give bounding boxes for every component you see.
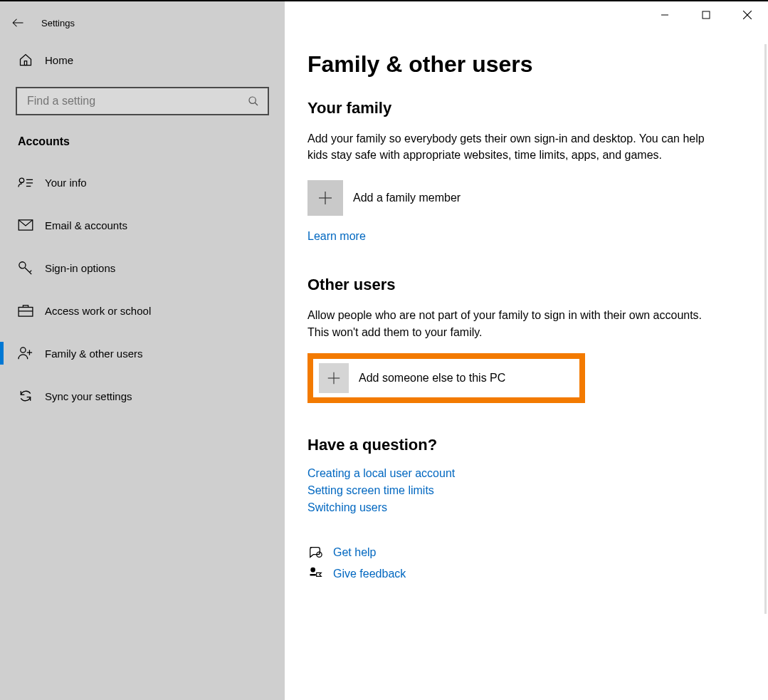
sidebar-home-label: Home <box>45 54 73 66</box>
other-users-heading: Other users <box>307 276 738 294</box>
scrollbar[interactable] <box>764 44 767 614</box>
briefcase-icon <box>18 303 33 318</box>
family-heading: Your family <box>307 99 738 117</box>
get-help-link[interactable]: Get help <box>333 546 376 559</box>
window-title: Settings <box>36 18 75 28</box>
sidebar-item-label: Family & other users <box>45 348 143 360</box>
svg-point-26 <box>310 568 315 573</box>
help-link-local-account[interactable]: Creating a local user account <box>307 467 738 480</box>
person-card-icon <box>18 174 33 190</box>
mail-icon <box>18 217 33 233</box>
learn-more-link[interactable]: Learn more <box>307 230 738 243</box>
sidebar-item-sync-settings[interactable]: Sync your settings <box>0 375 285 417</box>
sidebar-item-family-users[interactable]: Family & other users <box>0 332 285 375</box>
key-icon <box>18 260 33 276</box>
plus-icon <box>319 363 349 393</box>
help-link-switching[interactable]: Switching users <box>307 501 738 514</box>
sync-icon <box>18 388 33 404</box>
search-input[interactable] <box>26 94 248 108</box>
sidebar-item-work-school[interactable]: Access work or school <box>0 289 285 332</box>
other-users-description: Allow people who are not part of your fa… <box>307 307 706 340</box>
svg-point-14 <box>21 348 26 352</box>
add-other-user-highlight: Add someone else to this PC <box>307 353 585 403</box>
svg-rect-27 <box>310 574 316 576</box>
sidebar-item-label: Sign-in options <box>45 262 115 274</box>
svg-rect-1 <box>24 61 26 66</box>
svg-line-11 <box>30 271 32 273</box>
give-feedback-row[interactable]: Give feedback <box>307 565 738 583</box>
search-box[interactable] <box>16 87 269 115</box>
sidebar-section-label: Accounts <box>0 127 285 161</box>
help-link-screen-time[interactable]: Setting screen time limits <box>307 484 738 497</box>
family-description: Add your family so everybody gets their … <box>307 130 706 163</box>
feedback-icon <box>307 566 323 582</box>
sidebar-item-label: Sync your settings <box>45 390 132 402</box>
search-icon <box>248 95 259 107</box>
add-family-member-button[interactable]: Add a family member <box>307 180 738 216</box>
sidebar-item-signin-options[interactable]: Sign-in options <box>0 246 285 289</box>
give-feedback-link[interactable]: Give feedback <box>333 568 406 580</box>
settings-window: Settings Home <box>0 0 768 700</box>
get-help-row[interactable]: Get help <box>307 544 738 561</box>
svg-line-3 <box>255 103 258 105</box>
arrow-left-icon <box>11 16 24 29</box>
main-content: Family & other users Your family Add you… <box>285 1 768 700</box>
svg-rect-12 <box>19 308 33 317</box>
back-button[interactable] <box>0 9 36 37</box>
svg-point-2 <box>249 97 256 103</box>
sidebar-item-label: Email & accounts <box>45 219 127 231</box>
question-heading: Have a question? <box>307 436 738 454</box>
add-family-member-label: Add a family member <box>353 192 461 204</box>
sidebar-home[interactable]: Home <box>0 37 285 83</box>
people-add-icon <box>18 345 33 361</box>
sidebar: Settings Home <box>0 1 285 700</box>
add-other-user-label[interactable]: Add someone else to this PC <box>359 372 505 385</box>
sidebar-item-your-info[interactable]: Your info <box>0 161 285 204</box>
sidebar-item-label: Your info <box>45 177 87 189</box>
svg-point-4 <box>19 178 23 182</box>
home-icon <box>18 52 33 68</box>
sidebar-item-label: Access work or school <box>45 305 151 317</box>
sidebar-item-email-accounts[interactable]: Email & accounts <box>0 204 285 246</box>
page-title: Family & other users <box>307 51 738 78</box>
svg-point-9 <box>19 262 26 268</box>
chat-help-icon <box>307 545 323 560</box>
title-bar: Settings <box>0 9 285 37</box>
plus-icon <box>307 180 343 216</box>
